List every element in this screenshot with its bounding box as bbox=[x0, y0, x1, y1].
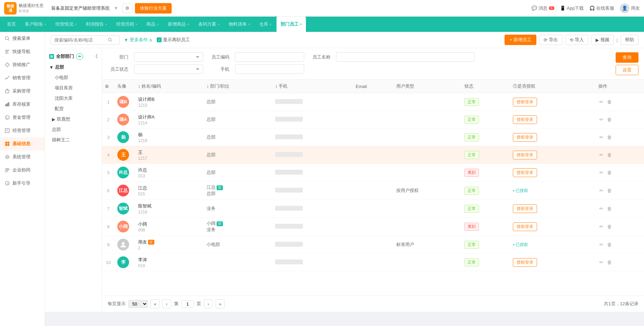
phone-blur bbox=[275, 117, 303, 122]
edit-btn[interactable]: ✏ bbox=[599, 152, 604, 158]
sidebar-item-nav[interactable]: 快捷导航 bbox=[0, 45, 45, 58]
tab-warehouse[interactable]: 仓库 × bbox=[255, 17, 276, 32]
edit-btn[interactable]: ✏ bbox=[599, 206, 604, 211]
sidebar-item-sales[interactable]: 销售管理 bbox=[0, 71, 45, 85]
add-employee-button[interactable]: + 新增员工 bbox=[505, 35, 536, 45]
messages-button[interactable]: 💬 消息 6 bbox=[532, 5, 554, 11]
edit-btn[interactable]: ✏ bbox=[599, 170, 604, 175]
col-dept[interactable]: ↕ 部门/职位 bbox=[204, 80, 272, 93]
phone-input[interactable] bbox=[235, 64, 304, 74]
tab-business-status[interactable]: 经营情况 × bbox=[51, 17, 81, 32]
auth-button[interactable]: 授权登录 bbox=[513, 115, 537, 124]
sidebar-item-search[interactable]: 搜索菜单 bbox=[0, 32, 45, 45]
dept-item-shuanglu[interactable]: ▶ 双鹿想 bbox=[45, 114, 102, 124]
show-resigned-checkbox[interactable]: ✓ bbox=[157, 37, 162, 42]
sidebar-item-basic[interactable]: 基础信息 bbox=[0, 137, 45, 150]
col-phone[interactable]: ↕ 手机 bbox=[272, 80, 353, 93]
tab-bom[interactable]: 物料清单 × bbox=[225, 17, 254, 32]
prev-page-btn[interactable]: ‹ bbox=[162, 299, 171, 308]
edit-btn[interactable]: ✏ bbox=[599, 99, 604, 105]
set-button[interactable]: 设置 bbox=[616, 65, 638, 75]
sidebar-item-business[interactable]: 经营管理 bbox=[0, 124, 45, 137]
edit-btn[interactable]: ✏ bbox=[599, 134, 604, 140]
dept-item-xiaodian[interactable]: 小电部 bbox=[45, 72, 102, 83]
row-operations: ✏ 🗑 bbox=[596, 200, 644, 218]
tab-new-goods[interactable]: 新增商品 × bbox=[164, 17, 193, 32]
sidebar-item-stock[interactable]: 库存核算 bbox=[0, 98, 45, 111]
tab-customer[interactable]: 客户联络 × bbox=[21, 17, 51, 32]
delete-btn[interactable]: 🗑 bbox=[607, 242, 612, 247]
tab-profit-report[interactable]: 利润报告 × bbox=[82, 17, 111, 32]
col-name[interactable]: ↕ 姓名/编码 bbox=[135, 80, 204, 93]
edit-btn[interactable]: ✏ bbox=[599, 117, 604, 122]
search-icon-btn[interactable] bbox=[108, 37, 112, 42]
col-settings[interactable]: ⚙ bbox=[102, 80, 115, 93]
edit-btn[interactable]: ✏ bbox=[599, 259, 604, 265]
auth-button[interactable]: 授权登录 bbox=[513, 168, 537, 177]
export-button[interactable]: ⟳ 导出 bbox=[539, 35, 562, 45]
delete-btn[interactable]: 🗑 bbox=[607, 152, 612, 158]
svg-text:?: ? bbox=[7, 182, 9, 185]
trial-button[interactable]: 体验行业方案 bbox=[135, 3, 172, 14]
auth-button[interactable]: 授权登录 bbox=[513, 98, 537, 106]
row-dept: 总部 bbox=[204, 146, 272, 164]
edit-btn[interactable]: ✏ bbox=[599, 188, 604, 193]
query-button[interactable]: 查询 bbox=[616, 52, 638, 63]
dept-edit-btn[interactable]: ✏ bbox=[76, 53, 83, 60]
page-number-input[interactable] bbox=[181, 300, 194, 308]
dept-item-zongbu[interactable]: 总部 bbox=[45, 124, 102, 135]
dept-group-headquarters[interactable]: ▼ 总部 bbox=[45, 62, 102, 72]
emp-code-input[interactable] bbox=[235, 52, 304, 62]
delete-btn[interactable]: 🗑 bbox=[607, 188, 612, 193]
delete-btn[interactable]: 🗑 bbox=[607, 206, 612, 211]
sidebar-item-guide[interactable]: ? 新手引导 bbox=[0, 177, 45, 190]
tab-business-history[interactable]: 经营历程 × bbox=[112, 17, 142, 32]
emp-status-select[interactable] bbox=[134, 64, 203, 74]
delete-btn[interactable]: 🗑 bbox=[607, 117, 612, 122]
dropdown-arrow[interactable]: ▼ bbox=[114, 6, 118, 11]
app-download-button[interactable]: 📱 App下载 bbox=[560, 5, 584, 11]
auth-button[interactable]: 授权登录 bbox=[513, 222, 537, 231]
tab-barcode[interactable]: 条码方案 × bbox=[194, 17, 224, 32]
auth-button[interactable]: 授权登录 bbox=[513, 133, 537, 142]
next-page-btn[interactable]: › bbox=[204, 299, 213, 308]
dept-collapse-btn[interactable]: 《 bbox=[93, 53, 98, 60]
row-dept bbox=[204, 254, 272, 271]
edit-btn[interactable]: ✏ bbox=[599, 224, 604, 229]
dept-item-shenyang[interactable]: 沈阳大库 bbox=[45, 93, 102, 104]
show-resigned-toggle[interactable]: ✓ 显示离职员工 bbox=[157, 37, 190, 43]
dept-item-chushu[interactable]: 插树王二 bbox=[45, 135, 102, 145]
delete-btn[interactable]: 🗑 bbox=[607, 259, 612, 265]
auth-button[interactable]: 授权登录 bbox=[513, 258, 537, 267]
first-page-btn[interactable]: « bbox=[151, 299, 160, 308]
sidebar-item-cooperation[interactable]: 企业协同 bbox=[0, 164, 45, 177]
auth-button[interactable]: 授权登录 bbox=[513, 151, 537, 159]
sidebar-item-finance[interactable]: ¥ 资金管理 bbox=[0, 111, 45, 124]
settings-icon[interactable]: ⚙ bbox=[123, 3, 132, 13]
last-page-btn[interactable]: » bbox=[216, 299, 225, 308]
search-input[interactable] bbox=[54, 37, 106, 43]
delete-btn[interactable]: 🗑 bbox=[607, 99, 612, 105]
page-size-select[interactable]: 50 100 bbox=[128, 300, 148, 308]
tab-goods[interactable]: 商品 × bbox=[142, 17, 163, 32]
sidebar-item-marketing[interactable]: 营销推广 bbox=[0, 58, 45, 71]
emp-name-input[interactable] bbox=[336, 52, 474, 62]
more-conditions-btn[interactable]: ▼ 更多条件 ∧ bbox=[124, 37, 153, 43]
import-button[interactable]: ⟲ 导入 bbox=[565, 35, 588, 45]
auth-button[interactable]: 授权登录 bbox=[513, 204, 537, 213]
dept-item-project[interactable]: 项目库房 bbox=[45, 83, 102, 93]
sidebar-item-system[interactable]: 系统管理 bbox=[0, 150, 45, 164]
dept-item-peihuo[interactable]: 配货 bbox=[45, 104, 102, 114]
tab-home[interactable]: 首页 bbox=[3, 17, 20, 32]
dept-select[interactable] bbox=[134, 52, 203, 62]
edit-btn[interactable]: ✏ bbox=[599, 242, 604, 247]
delete-btn[interactable]: 🗑 bbox=[607, 170, 612, 175]
delete-btn[interactable]: 🗑 bbox=[607, 224, 612, 229]
help-button[interactable]: 帮助 bbox=[620, 35, 638, 45]
online-service-button[interactable]: 🎧 在线客服 bbox=[589, 5, 614, 11]
view-button[interactable]: ▶ 视频 bbox=[591, 35, 614, 45]
tab-employees[interactable]: 部门员工 × bbox=[276, 17, 306, 32]
user-menu[interactable]: 👤 用友 bbox=[620, 3, 640, 13]
sidebar-item-purchase[interactable]: 采购管理 bbox=[0, 85, 45, 98]
delete-btn[interactable]: 🗑 bbox=[607, 134, 612, 140]
